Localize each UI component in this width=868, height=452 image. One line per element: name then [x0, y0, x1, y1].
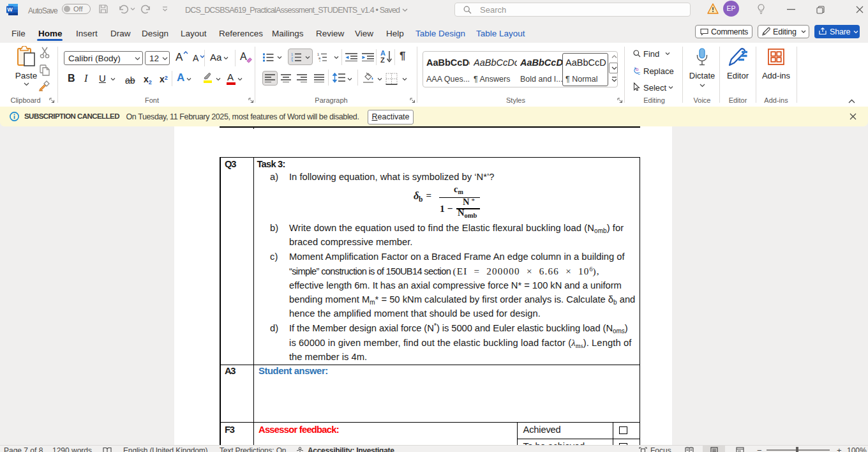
svg-text:W: W: [7, 6, 13, 13]
svg-text:3: 3: [291, 59, 293, 63]
svg-text:i: i: [320, 59, 320, 63]
